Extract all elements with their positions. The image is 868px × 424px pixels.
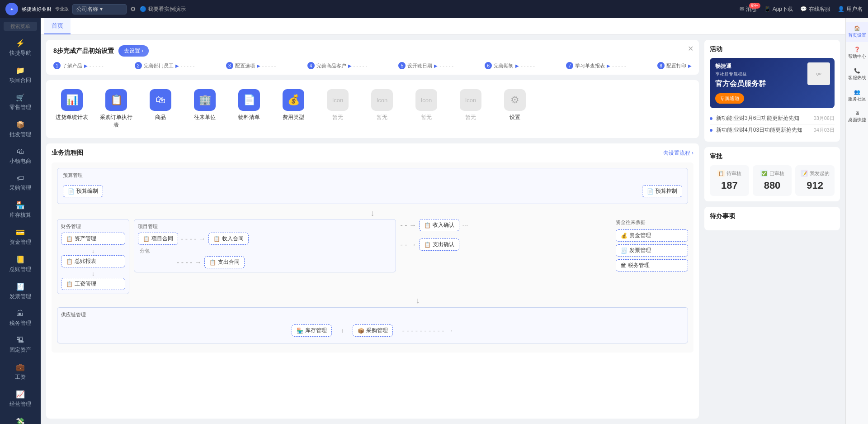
nav-icon: 📒 [16, 255, 25, 264]
flow-node-xiangmu[interactable]: 📋 项目合同 [138, 233, 178, 245]
project-section: 项目管理 📋 项目合同 - - - - → 📋 收入 [134, 219, 396, 272]
shortcut-zanwu1[interactable]: Icon 暂无 [317, 86, 358, 133]
setup-close-icon[interactable]: ✕ [688, 44, 693, 53]
online-service-btn[interactable]: 💬 在线客服 [800, 5, 830, 13]
sidebar-item-kuaijie[interactable]: ⚡ 快捷导航 [0, 34, 41, 62]
step-7: 7 学习单查报表 ▶ [566, 62, 610, 69]
right-sidebar-service[interactable]: 📞 客服热线 [846, 64, 868, 85]
sidebar-item-fapiao[interactable]: 🧾 发票管理 [0, 278, 41, 305]
go-setup-button[interactable]: 去设置 › [118, 45, 149, 57]
sidebar-item-shuiwu[interactable]: 🏛 税务管理 [0, 305, 41, 332]
step-3: 3 配置选项 ▶ [226, 62, 260, 69]
flow-card-title: 业务流程图 [52, 149, 83, 157]
sidebar-item-kucun[interactable]: 🏪 库存核算 [0, 196, 41, 224]
step-4: 4 完善商品客户 ▶ [307, 62, 352, 69]
flow-node-zhichu-queren[interactable]: 📋 支出确认 [419, 238, 459, 251]
approval-mine-icon: 📝 [801, 170, 808, 177]
flow-content: 预算管理 📄 预算编制 📄 预算控制 [52, 162, 693, 353]
right-sidebar-community[interactable]: 👥 服务社区 [846, 86, 868, 106]
flow-node-zhichu-hetong[interactable]: 📋 支出合同 [204, 256, 245, 268]
app-logo: ✦ [5, 3, 18, 15]
shortcut-feiyongleixing[interactable]: 💰 费用类型 [273, 86, 314, 133]
activity-title: 活动 [710, 45, 835, 53]
shortcut-icon: Icon [371, 89, 393, 111]
nav-icon: 🧾 [16, 282, 25, 291]
activity-banner-btn[interactable]: 专属通道 [715, 93, 744, 104]
approval-done[interactable]: ✅ 已审核 880 [753, 165, 792, 196]
desktop-icon: 🖥 [854, 110, 859, 116]
shortcut-icon: 💰 [283, 89, 304, 111]
flow-node-gongzi[interactable]: 📋 工资管理 [61, 278, 125, 290]
flow-node-zichan[interactable]: 📋 资产管理 [61, 233, 125, 245]
sidebar-item-xiaochanbaoxiao[interactable]: 💸 小畅报销 [0, 413, 41, 424]
shortcut-icon: 📋 [105, 89, 127, 111]
shortcut-zanwu2[interactable]: Icon 暂无 [362, 86, 402, 133]
community-icon: 👥 [854, 89, 860, 95]
approval-pending[interactable]: 📋 待审核 187 [710, 165, 749, 196]
sidebar-item-xiaochang[interactable]: 🛍 小畅电商 [0, 143, 41, 170]
flow-node-kucun[interactable]: 🏪 库存管理 [292, 324, 332, 337]
flow-node-shouru-hetong[interactable]: 📋 收入合同 [208, 233, 249, 245]
phone-icon: 📞 [854, 68, 860, 74]
company-selector[interactable]: 公司名称 ▾ [72, 4, 127, 14]
nav-icon: 📁 [16, 66, 25, 75]
setup-card-title: 8步完成产品初始设置 [53, 47, 114, 55]
approval-mine[interactable]: 📝 我发起的 912 [795, 165, 835, 196]
main-layout: ⚡ 快捷导航 📁 项目合同 🛒 零售管理 📦 批发管理 🛍 小畅电商 🏷 采购管… [0, 18, 868, 424]
sidebar-item-lingshou[interactable]: 🛒 零售管理 [0, 89, 41, 116]
sidebar-item-xiangmu[interactable]: 📁 项目合同 [0, 62, 41, 89]
sidebar-item-jingying[interactable]: 📈 经营管理 [0, 386, 41, 413]
app-name: 畅捷通好业财 专业版 [22, 6, 69, 13]
sidebar-item-pifa[interactable]: 📦 批发管理 [0, 116, 41, 143]
shortcut-shezhi[interactable]: ⚙ 设置 [495, 86, 535, 133]
nav-icon: 📦 [16, 120, 25, 129]
right-sidebar-help[interactable]: ❓ 帮助中心 [846, 43, 868, 63]
demo-link[interactable]: 🔵 我要看实例演示 [140, 5, 186, 13]
sidebar-item-zijin[interactable]: 💳 资金管理 [0, 224, 41, 251]
shortcut-wanglaidanwei[interactable]: 🏢 往来单位 [184, 86, 225, 133]
tabs-bar: 首页 [41, 18, 845, 34]
shortcut-icon: 🏢 [194, 89, 216, 111]
todo-title: 待办事项 [710, 212, 835, 220]
flow-node-shouru-queren[interactable]: 📋 收入确认 [419, 219, 459, 231]
flow-node-zijin[interactable]: 💰 资金管理 [616, 229, 688, 242]
sidebar-item-caigou[interactable]: 🏷 采购管理 [0, 170, 41, 196]
flow-node-yusuan-bianzhi[interactable]: 📄 预算编制 [63, 185, 103, 197]
tab-home[interactable]: 首页 [44, 18, 71, 34]
flow-setup-link[interactable]: 去设置流程 › [663, 149, 693, 157]
step-1: 1 了解产品 ▶ [53, 62, 88, 69]
nav-icon: 💸 [16, 417, 25, 424]
message-btn[interactable]: ✉ 消息 99+ [740, 5, 757, 13]
right-sidebar: 🏠 首页设置 ❓ 帮助中心 📞 客服热线 👥 服务社区 🖥 桌面快捷 [845, 18, 868, 424]
shortcut-jinhuodan[interactable]: 📊 进货单统计表 [52, 86, 92, 133]
shortcut-zanwu4[interactable]: Icon 暂无 [450, 86, 491, 133]
right-sidebar-home[interactable]: 🏠 首页设置 [846, 22, 868, 42]
search-input[interactable] [4, 22, 37, 31]
top-bar-right: ✉ 消息 99+ 📱 App下载 💬 在线客服 👤 用户名 [740, 5, 863, 13]
shortcut-icon: Icon [327, 89, 349, 111]
user-avatar[interactable]: 👤 用户名 [838, 5, 863, 13]
settings-shortcut-icon: ⚙ [504, 89, 526, 111]
flow-card-header: 业务流程图 去设置流程 › [52, 149, 693, 157]
flow-node-zongzhang[interactable]: 📋 总账报表 [61, 255, 125, 267]
flow-node-caigou[interactable]: 📦 采购管理 [353, 324, 393, 337]
right-sidebar-desktop[interactable]: 🖥 桌面快捷 [846, 107, 868, 127]
settings-icon[interactable]: ⚙ [130, 5, 136, 13]
sidebar-item-gongzi[interactable]: 💼 工资 [0, 358, 41, 386]
nav-icon: 🛒 [16, 93, 25, 102]
steps-bar: 1 了解产品 ▶ - - - - - 2 完善部门员工 ▶ - - - - - [53, 62, 692, 69]
flow-node-fapiao[interactable]: 🧾 发票管理 [616, 244, 688, 257]
sidebar-item-gudingzichan[interactable]: 🏗 固定资产 [0, 332, 41, 358]
sidebar-item-zongzhang[interactable]: 📒 总账管理 [0, 251, 41, 278]
shortcut-wuliaoqingdan[interactable]: 📄 物料清单 [229, 86, 269, 133]
approval-pending-icon: 📋 [717, 170, 725, 177]
content-area: 首页 8步完成产品初始设置 去设置 › 1 了解产品 ▶ [41, 18, 845, 424]
flow-node-yusuan-kongzhi[interactable]: 📄 预算控制 [642, 185, 682, 197]
shortcut-caigoudan[interactable]: 📋 采购订单执行表 [96, 86, 137, 133]
shortcut-zanwu3[interactable]: Icon 暂无 [406, 86, 447, 133]
budget-section: 预算管理 📄 预算编制 📄 预算控制 [57, 168, 688, 204]
shortcut-shangpin[interactable]: 🛍 商品 [140, 86, 181, 133]
flow-node-shuiwu[interactable]: 🏛 税务管理 [616, 259, 688, 272]
shortcut-icon: 🛍 [150, 89, 171, 111]
app-download-btn[interactable]: 📱 App下载 [764, 5, 793, 13]
